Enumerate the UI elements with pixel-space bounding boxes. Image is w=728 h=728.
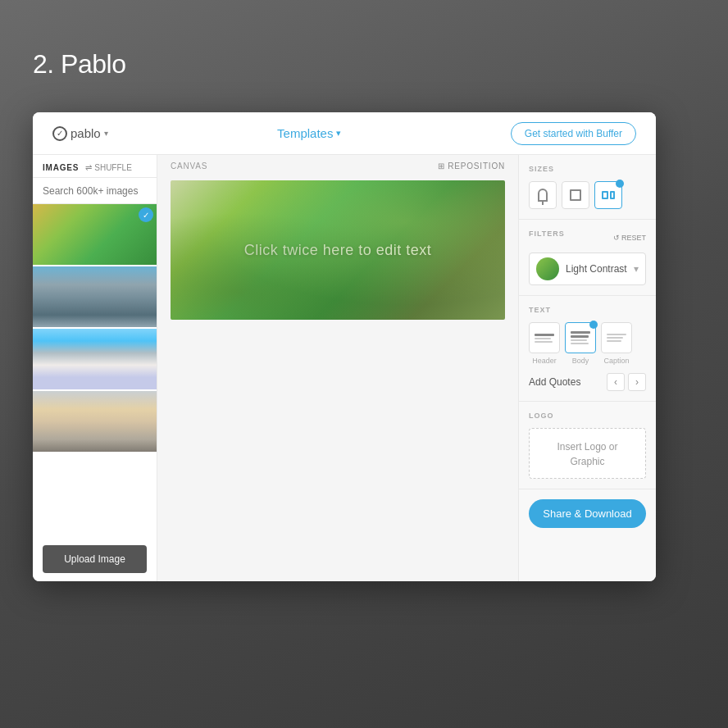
tab-shuffle[interactable]: ⇌ SHUFFLE (85, 163, 132, 172)
pinterest-icon (538, 189, 548, 202)
text-box-caption (601, 322, 632, 353)
logo-check-icon: ✓ (52, 126, 67, 141)
reposition-label: REPOSITION (448, 162, 505, 171)
search-box: 🔍 (33, 178, 157, 204)
logo-section: LOGO Insert Logo or Graphic (519, 402, 656, 489)
text-option-body[interactable]: Body (565, 322, 596, 365)
app-window: ✓ pablo ▾ Templates ▾ Get started with B… (33, 112, 656, 581)
logo-section-label: LOGO (529, 412, 646, 420)
body-active-dot (589, 321, 598, 329)
canvas-toolbar: CANVAS ⊞ REPOSITION (157, 155, 518, 177)
body-label: Body (572, 357, 589, 365)
logo-chevron-icon: ▾ (104, 129, 108, 138)
page-title: 2. Pablo (33, 49, 125, 80)
templates-chevron-icon: ▾ (336, 128, 341, 139)
quotes-label: Add Quotes (529, 376, 580, 388)
sizes-row (529, 181, 646, 209)
logo-insert-label: Insert Logo or Graphic (557, 441, 617, 467)
caption-lines (603, 330, 630, 345)
size-pinterest-button[interactable] (529, 181, 557, 209)
wide-icon (602, 191, 615, 199)
size-wide-button[interactable] (594, 181, 622, 209)
canvas-label: CANVAS (171, 162, 207, 171)
logo-insert-button[interactable]: Insert Logo or Graphic (529, 428, 646, 479)
canvas-bg-detail (171, 180, 505, 320)
text-box-header (529, 322, 560, 353)
reposition-icon: ⊞ (438, 162, 445, 171)
tab-images[interactable]: IMAGES (43, 163, 79, 172)
selected-badge-1: ✓ (139, 207, 153, 222)
size-active-dot (616, 180, 624, 188)
nav-next-button[interactable]: › (628, 373, 646, 391)
reposition-button[interactable]: ⊞ REPOSITION (438, 162, 506, 171)
canvas-frame[interactable]: Click twice here to edit text (171, 180, 505, 320)
shuffle-label: SHUFFLE (94, 163, 132, 172)
quotes-row: Add Quotes ‹ › (529, 373, 646, 391)
get-started-button[interactable]: Get started with Buffer (511, 122, 636, 145)
sizes-label: SIZES (529, 165, 646, 173)
reset-label: RESET (621, 234, 646, 242)
filter-name: Light Contrast (566, 263, 627, 275)
logo-area[interactable]: ✓ pablo ▾ (52, 126, 108, 141)
text-label: TEXT (529, 306, 646, 314)
filters-section: FILTERS ↺ RESET Light Contrast ▾ (519, 220, 656, 296)
image-thumb-4[interactable] (33, 391, 157, 453)
search-input[interactable] (43, 185, 166, 197)
filter-thumb (536, 257, 559, 280)
size-square-button[interactable] (562, 181, 589, 209)
templates-label: Templates (277, 126, 333, 140)
header-label: Header (532, 357, 557, 365)
body-lines (567, 328, 594, 348)
reset-icon: ↺ (613, 234, 620, 242)
caption-label: Caption (603, 357, 629, 365)
thumb-rocks-bg (33, 266, 157, 327)
header-lines (531, 330, 557, 346)
filter-select[interactable]: Light Contrast ▾ (529, 253, 646, 285)
share-section: Share & Download (519, 489, 656, 538)
right-panel: SIZES (518, 155, 656, 581)
text-option-header[interactable]: Header (529, 322, 560, 365)
image-thumb-1[interactable]: ✓ (33, 204, 157, 266)
share-label: Share & Download (543, 507, 631, 520)
upload-button[interactable]: Upload Image (43, 545, 147, 573)
shuffle-icon: ⇌ (85, 163, 92, 172)
filter-chevron-icon: ▾ (634, 263, 639, 275)
image-thumb-3[interactable] (33, 329, 157, 391)
app-body: IMAGES ⇌ SHUFFLE 🔍 ✓ (33, 155, 656, 581)
nav-arrows: ‹ › (607, 373, 646, 391)
share-download-button[interactable]: Share & Download (529, 499, 646, 528)
text-section: TEXT Header (519, 296, 656, 402)
text-box-body (565, 322, 596, 353)
thumb-aerial-bg (33, 329, 157, 389)
sidebar: IMAGES ⇌ SHUFFLE 🔍 ✓ (33, 155, 157, 581)
sidebar-tabs: IMAGES ⇌ SHUFFLE (33, 155, 157, 178)
text-option-caption[interactable]: Caption (601, 322, 632, 365)
sizes-section: SIZES (519, 155, 656, 220)
get-started-label: Get started with Buffer (525, 128, 622, 139)
app-header: ✓ pablo ▾ Templates ▾ Get started with B… (33, 112, 656, 155)
image-thumb-2[interactable] (33, 266, 157, 329)
thumb-city-bg (33, 391, 157, 452)
square-icon (570, 189, 581, 201)
upload-label: Upload Image (64, 553, 125, 565)
logo-text: pablo (71, 126, 101, 140)
filters-row: FILTERS ↺ RESET (529, 230, 646, 246)
templates-button[interactable]: Templates ▾ (277, 126, 341, 140)
text-options: Header Body (529, 322, 646, 365)
image-grid: ✓ (33, 204, 157, 537)
canvas-area: CANVAS ⊞ REPOSITION Click twice here to … (157, 155, 518, 581)
nav-prev-button[interactable]: ‹ (607, 373, 625, 391)
filters-label: FILTERS (529, 230, 565, 238)
reset-button[interactable]: ↺ RESET (613, 234, 646, 242)
